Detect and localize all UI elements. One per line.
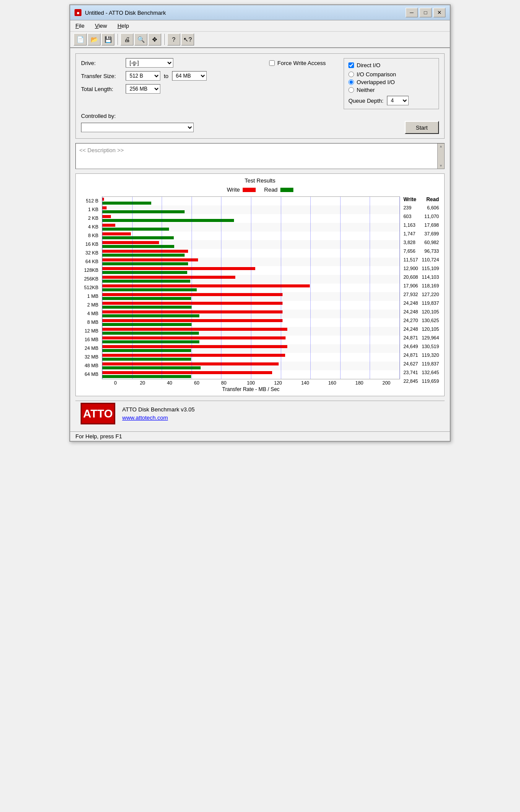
list-item: 20,608114,103 bbox=[402, 273, 441, 281]
status-text: For Help, press F1 bbox=[75, 433, 122, 440]
list-item: 24,248119,837 bbox=[402, 299, 441, 307]
menu-view[interactable]: View bbox=[93, 22, 109, 30]
scroll-up-arrow[interactable]: ▲ bbox=[439, 143, 444, 149]
write-bar bbox=[102, 241, 159, 244]
row-label: 4 KB bbox=[79, 222, 100, 231]
list-item: 1,16317,698 bbox=[402, 221, 441, 229]
transfer-from-select[interactable]: 512 B bbox=[126, 71, 160, 81]
table-row bbox=[102, 336, 400, 344]
drive-select[interactable]: [-g-] bbox=[126, 58, 173, 68]
io-comparison-radio[interactable] bbox=[348, 72, 354, 77]
list-item: 24,871119,320 bbox=[402, 351, 441, 359]
print-button[interactable]: 🖨 bbox=[120, 33, 133, 46]
write-value: 27,932 bbox=[403, 292, 418, 297]
menu-file[interactable]: File bbox=[74, 22, 86, 30]
write-value: 23,741 bbox=[403, 370, 418, 375]
list-item: 24,270130,625 bbox=[402, 316, 441, 325]
write-col-header: Write bbox=[403, 196, 416, 202]
new-button[interactable]: 📄 bbox=[74, 33, 87, 46]
chart-row-labels: 512 B1 KB2 KB4 KB8 KB16 KB32 KB64 KB128K… bbox=[79, 196, 100, 392]
write-value: 24,248 bbox=[403, 300, 418, 306]
close-button[interactable]: ✕ bbox=[433, 8, 445, 17]
minimize-button[interactable]: ─ bbox=[406, 8, 418, 17]
read-bar bbox=[102, 375, 191, 378]
read-value: 114,103 bbox=[422, 274, 439, 280]
maximize-button[interactable]: □ bbox=[419, 8, 432, 17]
controlled-row: Start bbox=[81, 121, 439, 134]
list-item: 60311,070 bbox=[402, 212, 441, 221]
read-value: 119,659 bbox=[422, 378, 439, 384]
read-bar bbox=[102, 280, 190, 283]
read-bar bbox=[102, 254, 185, 257]
read-value: 130,625 bbox=[422, 318, 439, 323]
table-row bbox=[102, 362, 400, 370]
x-axis-label: 100 bbox=[237, 380, 265, 385]
read-value: 11,070 bbox=[424, 214, 439, 219]
values-panel: Write Read 2396,60660311,0701,16317,6981… bbox=[402, 196, 441, 392]
read-value: 110,724 bbox=[422, 257, 439, 262]
write-value: 24,871 bbox=[403, 335, 418, 340]
controlled-by-area: Controlled by: Start bbox=[81, 113, 439, 134]
atto-logo: ATTO bbox=[81, 403, 115, 424]
table-row bbox=[102, 223, 400, 232]
x-axis-label: 160 bbox=[318, 380, 346, 385]
x-axis-label: 120 bbox=[264, 380, 292, 385]
write-legend-color bbox=[243, 188, 256, 192]
direct-io-row: Direct I/O bbox=[348, 62, 434, 68]
description-area[interactable]: << Description >> ▲ ▼ bbox=[75, 143, 445, 169]
table-row bbox=[102, 205, 400, 214]
direct-io-checkbox[interactable] bbox=[348, 62, 354, 68]
zoom-button[interactable]: 🔍 bbox=[134, 33, 147, 46]
queue-depth-select[interactable]: 4 bbox=[387, 96, 409, 105]
scroll-down-arrow[interactable]: ▼ bbox=[439, 163, 444, 169]
write-value: 24,627 bbox=[403, 361, 418, 366]
total-length-select[interactable]: 256 MB bbox=[126, 84, 160, 94]
transfer-size-label: Transfer Size: bbox=[81, 73, 122, 79]
move-button[interactable]: ✥ bbox=[148, 33, 161, 46]
help-button[interactable]: ? bbox=[167, 33, 180, 46]
atto-url[interactable]: www.attotech.com bbox=[122, 414, 195, 421]
row-label: 4 MB bbox=[79, 309, 100, 318]
atto-info: ATTO Disk Benchmark v3.05 www.attotech.c… bbox=[122, 406, 195, 421]
chart-bars-container: 020406080100120140160180200 Transfer Rat… bbox=[102, 196, 400, 392]
context-help-button[interactable]: ↖? bbox=[181, 33, 194, 46]
list-item: 27,932127,220 bbox=[402, 290, 441, 299]
overlapped-io-radio[interactable] bbox=[348, 79, 354, 85]
list-item: 1,74737,699 bbox=[402, 229, 441, 238]
read-bar bbox=[102, 332, 199, 335]
toolbar-separator-2 bbox=[164, 34, 165, 45]
write-value: 24,248 bbox=[403, 309, 418, 314]
write-bar bbox=[102, 310, 283, 313]
transfer-to-select[interactable]: 64 MB bbox=[172, 71, 207, 81]
force-write-area: Force Write Access bbox=[269, 58, 338, 69]
force-write-checkbox[interactable] bbox=[269, 60, 275, 66]
list-item: 24,248120,105 bbox=[402, 325, 441, 333]
queue-depth-label: Queue Depth: bbox=[348, 98, 384, 104]
read-bar bbox=[102, 323, 192, 326]
overlapped-io-row: Overlapped I/O bbox=[348, 79, 434, 85]
table-row bbox=[102, 370, 400, 379]
description-scrollbar[interactable]: ▲ ▼ bbox=[437, 143, 444, 169]
read-bar bbox=[102, 210, 185, 213]
write-value: 24,871 bbox=[403, 352, 418, 358]
save-button[interactable]: 💾 bbox=[101, 33, 114, 46]
table-row bbox=[102, 292, 400, 301]
write-legend-label: Write bbox=[227, 186, 240, 193]
description-placeholder: << Description >> bbox=[78, 145, 126, 155]
read-bar bbox=[102, 349, 191, 352]
open-button[interactable]: 📂 bbox=[88, 33, 101, 46]
overlapped-io-label: Overlapped I/O bbox=[357, 79, 395, 85]
write-bar bbox=[102, 336, 286, 339]
start-button[interactable]: Start bbox=[405, 121, 439, 134]
write-bar bbox=[102, 224, 115, 227]
read-value: 127,220 bbox=[422, 292, 439, 297]
title-bar-left: ■ Untitled - ATTO Disk Benchmark bbox=[75, 9, 166, 16]
x-axis-label: 140 bbox=[292, 380, 319, 385]
read-bar bbox=[102, 236, 174, 239]
neither-radio[interactable] bbox=[348, 87, 354, 93]
menu-help[interactable]: Help bbox=[116, 22, 131, 30]
controlled-by-select[interactable] bbox=[81, 123, 194, 132]
table-row bbox=[102, 266, 400, 275]
read-bar bbox=[102, 297, 191, 300]
row-label: 1 KB bbox=[79, 205, 100, 214]
